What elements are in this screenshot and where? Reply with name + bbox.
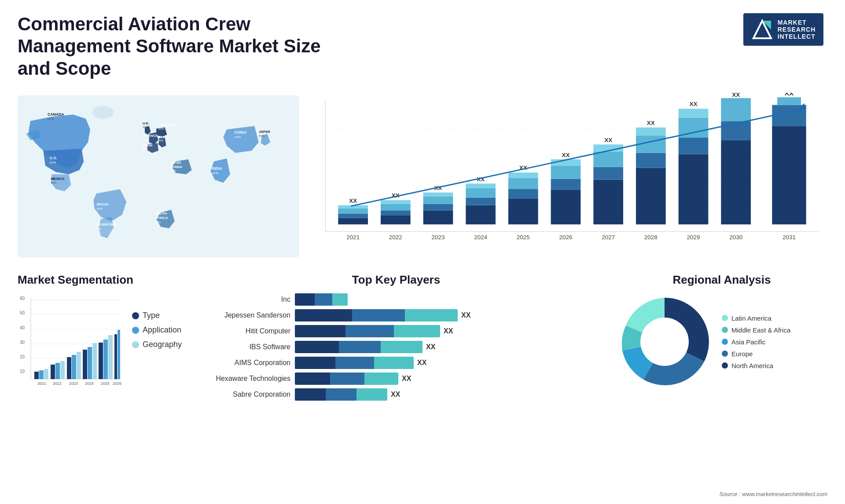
svg-text:2028: 2028 <box>644 234 658 241</box>
world-map: CANADA xx% U.S. xx% MEXICO xx% BRAZIL xx… <box>18 93 299 260</box>
segmentation-title: Market Segmentation <box>18 273 185 287</box>
svg-text:2024: 2024 <box>474 234 488 241</box>
svg-point-35 <box>92 106 114 119</box>
svg-rect-68 <box>508 178 538 189</box>
svg-rect-57 <box>423 193 453 197</box>
svg-rect-123 <box>39 370 44 379</box>
seg-legend: Type Application Geography <box>132 293 182 349</box>
svg-text:xx%: xx% <box>155 221 161 224</box>
svg-text:xx%: xx% <box>48 117 54 121</box>
svg-text:2027: 2027 <box>602 234 615 241</box>
player-row-sabre: Sabre Corporation XX <box>202 388 590 401</box>
legend-type: Type <box>132 311 182 320</box>
player-row-inc: Inc <box>202 293 590 306</box>
svg-rect-55 <box>423 204 453 211</box>
na-dot <box>722 362 728 369</box>
player-name-aims: AIMS Corporation <box>202 359 290 367</box>
regional-item-europe: Europe <box>722 350 790 358</box>
svg-text:40: 40 <box>20 325 25 330</box>
logo-icon <box>751 18 773 40</box>
svg-rect-48 <box>381 215 411 224</box>
svg-text:JAPAN: JAPAN <box>259 130 270 134</box>
svg-text:xx%: xx% <box>235 135 241 139</box>
player-name-inc: Inc <box>202 296 290 303</box>
svg-rect-143 <box>118 330 120 379</box>
svg-text:xx%: xx% <box>212 171 218 175</box>
application-label: Application <box>143 325 181 335</box>
map-svg: CANADA xx% U.S. xx% MEXICO xx% BRAZIL xx… <box>18 93 299 260</box>
latin-label: Latin America <box>731 314 772 322</box>
mea-label: Middle East & Africa <box>731 326 790 334</box>
svg-text:CANADA: CANADA <box>48 112 64 117</box>
svg-rect-78 <box>593 180 623 225</box>
europe-dot <box>722 351 728 357</box>
player-row-jepessen: Jepessen Sanderson XX <box>202 309 590 321</box>
apac-dot <box>722 339 728 345</box>
type-dot <box>132 312 139 319</box>
svg-rect-142 <box>114 334 117 379</box>
player-bar-aims: XX <box>295 357 590 369</box>
svg-rect-135 <box>88 347 92 379</box>
svg-text:SOUTH: SOUTH <box>155 212 167 215</box>
svg-rect-131 <box>72 355 76 379</box>
svg-rect-73 <box>551 179 581 190</box>
svg-rect-74 <box>551 166 581 179</box>
player-row-aims: AIMS Corporation XX <box>202 357 590 369</box>
mea-dot <box>722 327 728 333</box>
player-name-jepessen: Jepessen Sanderson <box>202 311 290 319</box>
player-bar-ibs: XX <box>295 341 590 353</box>
bar-hitit <box>295 325 440 337</box>
svg-text:2024: 2024 <box>85 381 94 386</box>
bar-sabre <box>295 388 387 401</box>
bar-chart-container: XX 2021 XX 2022 XX 2023 <box>317 93 827 260</box>
svg-text:xx%: xx% <box>50 161 56 164</box>
header: Commercial Aviation Crew Management Soft… <box>0 0 845 88</box>
na-label: North America <box>731 362 773 369</box>
svg-rect-56 <box>423 197 453 204</box>
svg-text:ITALY: ITALY <box>158 135 167 139</box>
geography-dot <box>132 341 139 348</box>
svg-text:2022: 2022 <box>389 234 402 241</box>
svg-rect-67 <box>508 189 538 198</box>
regional-item-apac: Asia Pacific <box>722 338 790 346</box>
svg-text:20: 20 <box>20 354 25 359</box>
svg-rect-72 <box>551 190 581 224</box>
svg-text:CHINA: CHINA <box>235 130 247 135</box>
player-xx-ibs: XX <box>426 343 435 351</box>
svg-rect-79 <box>593 167 623 180</box>
map-section: CANADA xx% U.S. xx% MEXICO xx% BRAZIL xx… <box>18 88 308 264</box>
svg-text:SAUDI: SAUDI <box>170 161 181 164</box>
svg-rect-91 <box>679 138 709 154</box>
svg-text:XX: XX <box>732 93 740 98</box>
regional-section: Regional Analysis <box>607 273 827 401</box>
player-bar-hitit: XX <box>295 325 590 337</box>
svg-text:INDIA: INDIA <box>212 167 222 171</box>
player-name-hexaware: Hexaware Technologies <box>202 375 290 383</box>
svg-text:xx%: xx% <box>51 182 57 185</box>
europe-label: Europe <box>731 350 753 358</box>
svg-rect-96 <box>721 140 751 224</box>
bar-aims <box>295 357 414 369</box>
player-xx-jepessen: XX <box>461 311 470 319</box>
svg-text:SPAIN: SPAIN <box>142 143 153 147</box>
svg-rect-66 <box>508 198 538 224</box>
logo-box: MARKET RESEARCH INTELLECT <box>743 13 824 46</box>
svg-rect-63 <box>466 184 496 189</box>
svg-rect-140 <box>108 335 113 379</box>
svg-text:XX: XX <box>647 120 655 126</box>
svg-rect-90 <box>679 154 709 225</box>
player-xx-sabre: XX <box>391 391 400 398</box>
svg-text:ARABIA: ARABIA <box>169 165 183 169</box>
svg-rect-51 <box>381 200 411 204</box>
donut-chart-svg <box>616 293 713 390</box>
svg-text:GERMANY: GERMANY <box>158 123 176 127</box>
bar-jepessen <box>295 309 458 321</box>
svg-text:XX: XX <box>689 101 697 108</box>
svg-rect-122 <box>34 372 39 379</box>
page-title: Commercial Aviation Crew Management Soft… <box>18 13 348 80</box>
player-xx-hexaware: XX <box>402 375 411 383</box>
svg-rect-103 <box>777 97 801 105</box>
players-list: Inc Jepessen Sanderson <box>202 293 590 401</box>
svg-text:MEXICO: MEXICO <box>51 177 65 181</box>
seg-chart-area: 60 50 40 30 20 10 2021 <box>18 293 185 399</box>
